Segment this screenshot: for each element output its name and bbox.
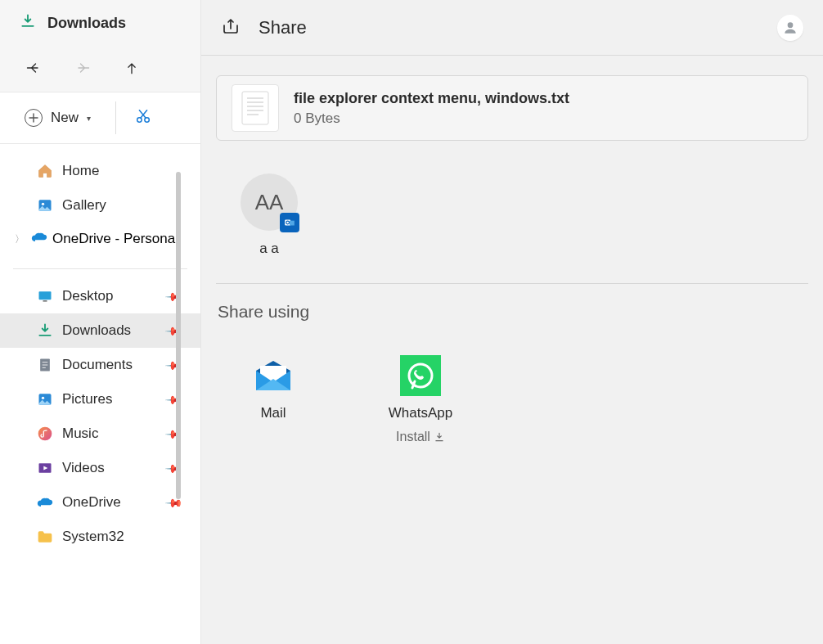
svg-rect-5 <box>43 300 47 302</box>
file-explorer-panel: Downloads New ▾ Home <box>0 0 201 644</box>
share-header: Share <box>201 0 823 56</box>
up-button[interactable] <box>123 59 141 77</box>
sidebar-item-label: OneDrive - Personal <box>52 231 178 247</box>
svg-point-3 <box>42 203 44 205</box>
mail-app-icon <box>252 354 295 397</box>
sidebar-item-desktop[interactable]: Desktop📌 <box>0 279 200 313</box>
cut-button[interactable] <box>134 107 152 128</box>
svg-rect-15 <box>242 92 268 124</box>
file-name: file explorer context menu, windows.txt <box>294 90 569 107</box>
toolbar-separator <box>115 101 116 134</box>
share-using-label: Share using <box>216 284 808 322</box>
new-label: New <box>51 110 79 126</box>
shared-file-card: file explorer context menu, windows.txt … <box>216 75 808 141</box>
desktop-icon <box>36 287 54 305</box>
svg-rect-4 <box>39 291 52 299</box>
apps-row: Mail WhatsApp Install <box>216 322 808 444</box>
app-name: Mail <box>260 405 286 421</box>
sidebar-item-pictures[interactable]: Pictures📌 <box>0 382 200 417</box>
plus-icon <box>25 109 43 127</box>
app-install-label: Install <box>396 430 445 444</box>
back-button[interactable] <box>25 59 43 77</box>
pictures-icon <box>36 390 54 408</box>
sidebar-item-music[interactable]: Music📌 <box>0 417 200 451</box>
sidebar-item-label: Desktop <box>62 288 113 304</box>
share-title: Share <box>259 17 307 38</box>
app-whatsapp[interactable]: WhatsApp Install <box>380 354 461 444</box>
sidebar-item-gallery[interactable]: Gallery <box>0 188 200 223</box>
sidebar-item-label: Pictures <box>62 391 112 408</box>
folder-icon <box>36 528 54 546</box>
svg-point-12 <box>38 427 52 441</box>
sidebar-item-system32[interactable]: System32 <box>0 520 200 554</box>
documents-icon <box>36 356 54 374</box>
download-icon <box>434 431 445 443</box>
download-arrow-icon <box>36 322 54 340</box>
music-icon <box>36 425 54 443</box>
sidebar-item-label: Home <box>62 163 99 179</box>
file-info: file explorer context menu, windows.txt … <box>294 90 569 127</box>
onedrive-icon <box>36 493 54 511</box>
chevron-down-icon: ▾ <box>87 114 91 123</box>
sidebar-item-label: OneDrive <box>62 494 121 511</box>
svg-rect-23 <box>290 221 295 226</box>
forward-button[interactable] <box>74 59 92 77</box>
share-body: file explorer context menu, windows.txt … <box>201 56 823 444</box>
outlook-badge-icon <box>280 213 299 232</box>
sidebar-item-label: Downloads <box>62 322 131 339</box>
navigation-tree[interactable]: Home Gallery 〉 OneDrive - Personal Deskt… <box>0 144 200 644</box>
sidebar-item-downloads[interactable]: Downloads📌 <box>0 313 200 348</box>
navigation-bar <box>0 43 200 92</box>
explorer-toolbar: New ▾ <box>0 92 200 144</box>
sidebar-item-label: Music <box>62 426 98 442</box>
new-button[interactable]: New ▾ <box>18 104 97 132</box>
scrollbar[interactable] <box>176 172 181 499</box>
home-icon <box>36 162 54 180</box>
download-arrow-icon <box>20 13 36 33</box>
explorer-header: Downloads <box>0 0 200 43</box>
contacts-row: AA a a <box>216 141 808 273</box>
app-name: WhatsApp <box>389 405 452 421</box>
videos-icon <box>36 459 54 477</box>
sidebar-item-onedrive-personal[interactable]: 〉 OneDrive - Personal <box>0 223 200 255</box>
app-mail[interactable]: Mail <box>232 354 314 444</box>
sidebar-item-label: Videos <box>62 460 105 476</box>
svg-point-14 <box>788 22 794 28</box>
share-icon <box>221 16 241 39</box>
onedrive-icon <box>31 231 47 247</box>
sidebar-divider <box>13 268 187 269</box>
user-avatar[interactable] <box>777 15 803 41</box>
whatsapp-icon <box>399 354 442 397</box>
sidebar-item-documents[interactable]: Documents📌 <box>0 348 200 382</box>
sidebar-item-label: Documents <box>62 357 133 373</box>
sidebar-item-home[interactable]: Home <box>0 154 200 188</box>
svg-point-11 <box>42 397 44 399</box>
sidebar-item-videos[interactable]: Videos📌 <box>0 451 200 485</box>
contact-initials: AA <box>255 190 284 215</box>
contact-avatar: AA <box>241 173 298 231</box>
sidebar-item-onedrive[interactable]: OneDrive📌 <box>0 485 200 520</box>
explorer-title: Downloads <box>47 15 126 32</box>
text-file-icon <box>232 84 279 132</box>
sidebar-item-label: System32 <box>62 529 124 545</box>
share-panel: Share file explorer context menu, window… <box>201 0 823 644</box>
contact-item[interactable]: AA a a <box>241 173 298 257</box>
sidebar-item-label: Gallery <box>62 197 106 214</box>
gallery-icon <box>36 196 54 214</box>
chevron-right-icon: 〉 <box>13 232 26 246</box>
file-size: 0 Bytes <box>294 110 569 127</box>
svg-rect-25 <box>400 355 441 396</box>
contact-label: a a <box>259 241 279 257</box>
